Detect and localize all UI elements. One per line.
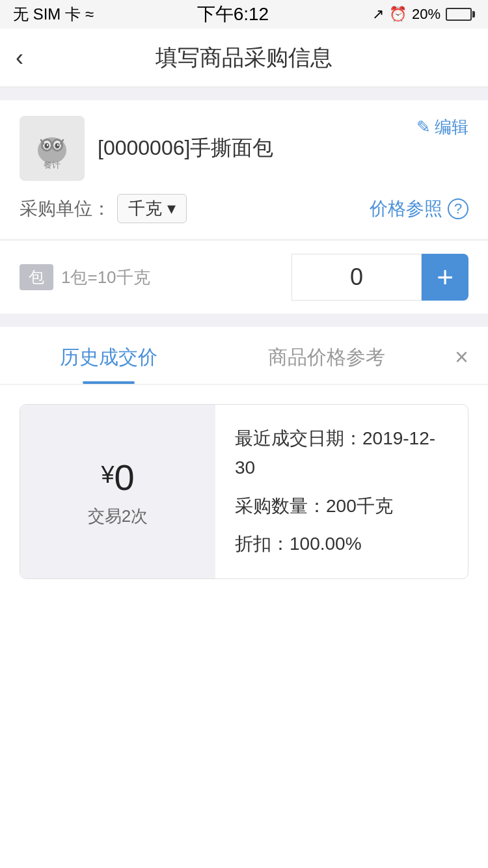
currency-symbol: ¥	[101, 461, 114, 488]
svg-point-8	[57, 144, 59, 146]
quantity-left: 包 1包=10千克	[20, 264, 150, 290]
product-image: 餐计	[20, 116, 85, 181]
price-ref-help-icon: ?	[448, 198, 468, 219]
product-card: 餐计 [0000006]手撕面包 ✎ 编辑 采购单位： 千克 ▾ 价格参照 ?	[0, 100, 488, 239]
back-button[interactable]: ‹	[16, 44, 23, 72]
status-left: 无 SIM 卡 ≈	[13, 4, 94, 25]
unit-badge: 包	[20, 264, 53, 290]
svg-point-6	[55, 143, 60, 148]
history-content: ¥0 交易2次 最近成交日期：2019-12-30 采购数量：200千克 折扣：…	[0, 385, 488, 599]
battery-icon	[446, 8, 475, 21]
quantity-plus-button[interactable]: +	[422, 254, 468, 301]
history-price-value: ¥0	[101, 456, 134, 498]
tabs-section: 历史成交价 商品价格参考 × ¥0 交易2次 最近成交日期：2019-12-30…	[0, 327, 488, 599]
unit-label: 采购单位：	[20, 197, 111, 221]
history-card: ¥0 交易2次 最近成交日期：2019-12-30 采购数量：200千克 折扣：…	[20, 404, 468, 579]
purchase-quantity-label: 采购数量：	[235, 496, 326, 516]
product-unit-row: 采购单位： 千克 ▾ 价格参照 ?	[20, 194, 468, 223]
edit-icon: ✎	[416, 117, 431, 137]
edit-button[interactable]: ✎ 编辑	[416, 116, 468, 139]
product-image-placeholder: 餐计	[29, 126, 75, 171]
history-price-section: ¥0 交易2次	[20, 405, 215, 578]
status-bar: 无 SIM 卡 ≈ 下午6:12 ↗ ⏰ 20%	[0, 0, 488, 29]
quantity-row: 包 1包=10千克 0 +	[0, 240, 488, 314]
svg-text:餐计: 餐计	[44, 160, 61, 170]
quantity-controls: 0 +	[291, 254, 468, 301]
page-title: 填写商品采购信息	[156, 43, 332, 73]
status-right: ↗ ⏰ 20%	[372, 6, 475, 23]
bottom-area	[0, 599, 488, 868]
unit-value: 千克	[128, 197, 162, 220]
tab-history-price[interactable]: 历史成交价	[0, 327, 217, 384]
discount-value: 100.00%	[290, 534, 362, 554]
nav-bar: ‹ 填写商品采购信息	[0, 29, 488, 87]
quantity-section: 包 1包=10千克 0 +	[0, 240, 488, 314]
location-icon: ↗	[372, 6, 384, 23]
battery-percent: 20%	[412, 6, 441, 23]
dropdown-arrow-icon: ▾	[167, 198, 176, 219]
purchase-quantity-value: 200千克	[326, 496, 393, 516]
quantity-input[interactable]: 0	[291, 254, 422, 301]
price-ref-button[interactable]: 价格参照 ?	[370, 197, 468, 221]
svg-point-5	[45, 143, 49, 148]
recent-date-label: 最近成交日期：	[235, 428, 362, 448]
alarm-icon: ⏰	[389, 6, 407, 23]
purchase-quantity-row: 采购数量：200千克	[235, 492, 448, 521]
history-trades-count: 交易2次	[88, 505, 148, 528]
product-header: 餐计 [0000006]手撕面包 ✎ 编辑	[20, 116, 468, 181]
discount-row: 折扣：100.00%	[235, 530, 448, 559]
product-left: 餐计 [0000006]手撕面包	[20, 116, 273, 181]
discount-label: 折扣：	[235, 534, 290, 554]
status-time: 下午6:12	[197, 2, 269, 27]
tab-close-button[interactable]: ×	[435, 327, 488, 384]
tab-product-price-ref[interactable]: 商品价格参考	[217, 327, 435, 384]
sim-label: 无 SIM 卡 ≈	[13, 4, 94, 25]
price-ref-label: 价格参照	[370, 197, 442, 221]
recent-date-row: 最近成交日期：2019-12-30	[235, 424, 448, 483]
svg-point-7	[47, 144, 48, 146]
tabs-header: 历史成交价 商品价格参考 ×	[0, 327, 488, 385]
unit-select[interactable]: 千克 ▾	[117, 194, 187, 223]
unit-conversion: 1包=10千克	[61, 266, 150, 289]
product-name: [0000006]手撕面包	[98, 134, 273, 163]
history-details-section: 最近成交日期：2019-12-30 采购数量：200千克 折扣：100.00%	[215, 405, 468, 578]
